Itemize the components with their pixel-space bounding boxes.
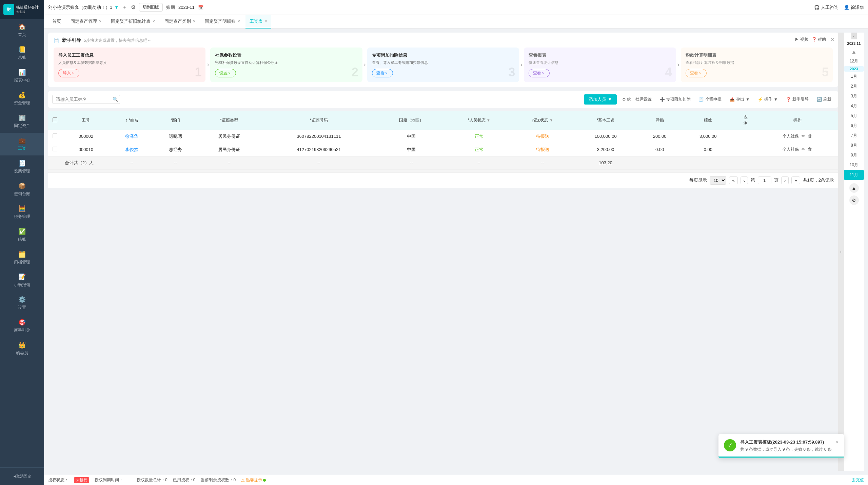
per-page-select[interactable]: 10 20 50: [710, 176, 726, 185]
month-6[interactable]: 6月: [844, 121, 864, 131]
first-page-button[interactable]: «: [729, 176, 737, 184]
sidebar-item-ledger[interactable]: 📒 总账: [0, 42, 44, 64]
sidebar-item-inventory[interactable]: 📦 进销台账: [0, 178, 44, 201]
month-7[interactable]: 7月: [844, 131, 864, 141]
tab-fixed-type[interactable]: 固定资产类别 ×: [160, 15, 199, 29]
row2-check[interactable]: [48, 143, 62, 156]
row1-checkbox[interactable]: [53, 133, 57, 138]
newguide-button[interactable]: ❓ 新手引导: [783, 95, 811, 104]
month-10[interactable]: 10月: [844, 160, 864, 170]
header-report[interactable]: 报送状态 ▼: [512, 111, 573, 130]
row1-check[interactable]: [48, 130, 62, 143]
row2-checkbox[interactable]: [53, 147, 57, 151]
tab-payroll[interactable]: 工资表 ×: [245, 15, 271, 29]
tab-depreciation[interactable]: 固定资产折旧统计表 ×: [107, 15, 159, 29]
account-dropdown-icon[interactable]: ▼: [114, 5, 119, 10]
select-all-checkbox[interactable]: [53, 117, 57, 122]
next-page-button[interactable]: ›: [781, 176, 789, 184]
sidebar-item-settings[interactable]: ⚙️ 设置: [0, 292, 44, 315]
sidebar-item-payroll[interactable]: 💼 工资: [0, 133, 44, 155]
report-filter-icon[interactable]: ▼: [550, 118, 553, 122]
row2-delete-icon[interactable]: 🗑: [808, 147, 812, 152]
row1-edit-icon[interactable]: ✏: [802, 133, 805, 138]
prev-page-button[interactable]: ‹: [741, 176, 748, 184]
sidebar-item-xiaochang[interactable]: 📝 小畅报销: [0, 269, 44, 292]
switch-version-button[interactable]: 切到旧版: [139, 3, 163, 12]
header-name[interactable]: ↕ *姓名: [110, 111, 154, 130]
notification-close-button[interactable]: ×: [836, 439, 839, 445]
refresh-button[interactable]: 🔄 刷新: [814, 95, 834, 104]
add-employee-button[interactable]: 添加人员 ▼: [584, 94, 617, 105]
status-filter-icon[interactable]: ▼: [487, 118, 490, 122]
row2-social-link[interactable]: 个人社保: [783, 147, 799, 152]
tab-close-fixed-type[interactable]: ×: [193, 19, 195, 24]
tab-fixed-assets[interactable]: 固定资产管理 ×: [66, 15, 105, 29]
sidebar-item-close[interactable]: ✅ 结账: [0, 224, 44, 246]
tab-home[interactable]: 首页: [48, 15, 65, 29]
tab-close-depreciation[interactable]: ×: [153, 19, 155, 24]
tab-fixed-detail[interactable]: 固定资产明细账 ×: [201, 15, 244, 29]
search-input[interactable]: [52, 95, 120, 104]
table-scrollbar[interactable]: [48, 170, 838, 172]
deduction-button[interactable]: ➕ 专项附加扣除: [657, 95, 693, 104]
panel-nav-up[interactable]: ▲: [850, 48, 858, 56]
last-page-button[interactable]: »: [791, 176, 800, 184]
month-5[interactable]: 5月: [844, 111, 864, 121]
row2-edit-icon[interactable]: ✏: [802, 147, 805, 152]
social-insurance-button[interactable]: ⚙ 统一社保设置: [619, 95, 654, 104]
add-account-icon[interactable]: ＋: [122, 4, 127, 11]
step4-btn[interactable]: 查看＞: [529, 69, 550, 77]
step1-btn[interactable]: 导入＞: [58, 69, 79, 77]
month-4[interactable]: 4月: [844, 101, 864, 111]
calendar-icon[interactable]: 📅: [198, 5, 203, 10]
month-11-active[interactable]: 11月: [844, 170, 864, 180]
sidebar-item-member[interactable]: 👑 畅会员: [0, 337, 44, 360]
row1-social-link[interactable]: 个人社保: [783, 134, 799, 138]
month-9[interactable]: 9月: [844, 150, 864, 160]
account-selector[interactable]: 刘小艳演示账套（勿删勿动！）1 ▼: [48, 4, 119, 11]
month-2[interactable]: 2月: [844, 81, 864, 91]
step5-btn[interactable]: 查看＞: [686, 69, 707, 77]
sidebar-item-archive[interactable]: 🗂️ 归档管理: [0, 246, 44, 269]
step3-btn[interactable]: 查看＞: [372, 69, 393, 77]
guide-video-link[interactable]: ▶ 视频: [795, 37, 808, 42]
settings-gear-icon[interactable]: ⚙: [131, 4, 136, 11]
tab-close-payroll[interactable]: ×: [265, 19, 267, 24]
operate-button[interactable]: ⚡ 操作 ▼: [755, 95, 781, 104]
row1-delete-icon[interactable]: 🗑: [808, 133, 812, 138]
export-button[interactable]: 📤 导出 ▼: [727, 95, 752, 104]
goto-recharge-link[interactable]: 去充值: [852, 477, 864, 483]
page-input[interactable]: [758, 176, 771, 184]
help-button[interactable]: 🎧 人工咨询: [814, 4, 839, 11]
cancel-pin-button[interactable]: ◄取消固定: [0, 471, 44, 482]
header-status[interactable]: *人员状态 ▼: [446, 111, 512, 130]
month-1[interactable]: 1月: [844, 72, 864, 81]
sidebar-item-funds[interactable]: 💰 资金管理: [0, 87, 44, 110]
user-menu[interactable]: 👤 徐泽华: [844, 4, 864, 11]
row1-name[interactable]: 徐泽华: [110, 130, 154, 143]
month-8[interactable]: 8月: [844, 141, 864, 150]
sidebar-item-guide[interactable]: 🎯 新手引导: [0, 315, 44, 337]
panel-icon-2[interactable]: ⚙: [849, 195, 859, 205]
tab-close-fixed-assets[interactable]: ×: [99, 19, 101, 24]
panel-icon-1[interactable]: ▲: [849, 183, 859, 193]
row1-name-link[interactable]: 徐泽华: [125, 134, 138, 139]
sidebar-item-expense[interactable]: 🧾 发票管理: [0, 155, 44, 178]
search-icon[interactable]: 🔍: [113, 97, 118, 102]
sidebar-item-tax[interactable]: 🧮 税务管理: [0, 201, 44, 224]
guide-close-button[interactable]: ×: [831, 37, 834, 43]
step2-btn[interactable]: 设置＞: [215, 69, 236, 77]
month-12[interactable]: 12月: [844, 56, 864, 66]
right-panel-expand[interactable]: ›: [838, 33, 844, 471]
row2-name-link[interactable]: 李俊杰: [125, 147, 138, 152]
sidebar-item-fixed[interactable]: 🏢 固定资产: [0, 110, 44, 133]
month-3[interactable]: 3月: [844, 91, 864, 101]
header-check[interactable]: [48, 111, 62, 130]
guide-help-link[interactable]: ❓ 帮助: [812, 37, 826, 42]
tax-report-button[interactable]: 🧾 个税申报: [696, 95, 724, 104]
sidebar-item-home[interactable]: 🏠 首页: [0, 19, 44, 42]
tab-close-fixed-detail[interactable]: ×: [238, 19, 240, 24]
row2-name[interactable]: 李俊杰: [110, 143, 154, 156]
sidebar-item-reports[interactable]: 📊 报表中心: [0, 64, 44, 87]
panel-collapse-icon[interactable]: ‹: [851, 33, 857, 39]
